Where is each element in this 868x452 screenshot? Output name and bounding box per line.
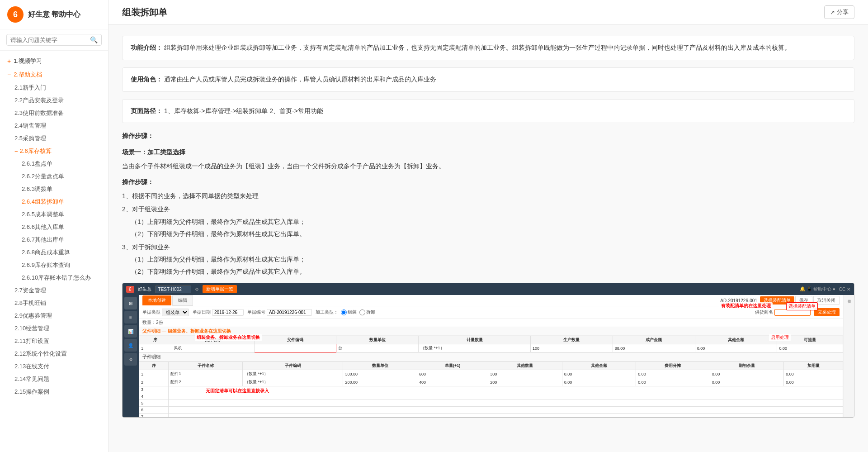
app-brand: 好生意 — [138, 286, 151, 292]
sidebar-item-2-6-7[interactable]: 2.6.7其他出库单 — [0, 233, 108, 246]
sidebar-item-docs[interactable]: − 2.帮助文档 — [0, 68, 108, 81]
screenshot-area: 6 好生意 ⚙ 新增单据一览 🔔 📱 帮助中心 ● CC ✕ ⊞ ≡ 📊 👤 ⚙ — [122, 283, 854, 418]
table-row: 6 — [139, 407, 843, 414]
enable-btn[interactable]: 立采处理 — [814, 308, 840, 316]
field-date-label: 单据日期 — [193, 309, 211, 315]
app-icons: 🔔 📱 帮助中心 ● — [800, 286, 835, 292]
app-close: CC ✕ — [839, 287, 850, 292]
search-icon[interactable]: 🔍 — [90, 36, 98, 43]
table-row: 1 配件1 （数量 *+1） 300.00 600 300 0.00 0.00 … — [139, 370, 843, 378]
step3-1: （1）上部明细为父件明细，最终作为原材料生成其它出库单； — [131, 254, 854, 265]
sidebar-item-2-6-9[interactable]: 2.6.9库存账本查询 — [0, 259, 108, 271]
nav-icon-home[interactable]: ⊞ — [124, 297, 137, 309]
path-label: 页面路径： — [131, 107, 162, 114]
logo-icon: 6 — [7, 6, 24, 23]
header: 组装拆卸单 ↗ 分享 — [108, 0, 868, 25]
sidebar-item-2-4[interactable]: 2.4销售管理 — [0, 119, 108, 132]
role-text: 通常由生产人员或库管人员完成拆装业务的操作，库管人员确认原材料的出库和产成品的入… — [164, 76, 436, 83]
sidebar-item-2-2[interactable]: 2.2产品安装及登录 — [0, 94, 108, 107]
sidebar-item-2-15[interactable]: 2.15操作案例 — [0, 385, 108, 398]
ops-title: 操作步骤： — [122, 130, 854, 142]
field-date-input[interactable] — [212, 309, 244, 316]
tab-create[interactable]: 本地创建 — [142, 295, 171, 305]
search-input[interactable] — [10, 37, 90, 43]
logo-label: 好生意 帮助中心 — [28, 10, 80, 19]
field-date: 单据日期 — [193, 309, 244, 316]
nav-icon-user[interactable]: 👤 — [124, 339, 137, 352]
cell-seq: 1 — [139, 344, 172, 352]
share-button[interactable]: ↗ 分享 — [824, 5, 854, 19]
sidebar-item-2-1[interactable]: 2.1新手入门 — [0, 81, 108, 94]
lower-section-title: 子件明细 — [139, 352, 843, 362]
sidebar-item-2-12[interactable]: 2.12系统个性化设置 — [0, 347, 108, 360]
sidebar-item-2-11[interactable]: 2.11打印设置 — [0, 335, 108, 347]
sidebar-item-2-6-1[interactable]: 2.6.1盘点单 — [0, 157, 108, 170]
table-row: 5 — [139, 400, 843, 407]
cell-prod-amt: 88.00 — [613, 344, 695, 352]
sidebar-item-2-6-4[interactable]: 2.6.4组装拆卸单 — [0, 195, 108, 208]
sidebar-item-2-6-5[interactable]: 2.6.5成本调整单 — [0, 208, 108, 221]
page-title: 组装拆卸单 — [122, 6, 167, 19]
table-row: 7 — [139, 414, 843, 418]
sidebar-item-2-6-3[interactable]: 2.6.3调拨单 — [0, 183, 108, 195]
field-no: 单据编号 — [247, 309, 312, 316]
sidebar-item-2-7[interactable]: 2.7资金管理 — [0, 284, 108, 297]
nav-icon-chart[interactable]: 📊 — [124, 325, 137, 338]
step1: 1、根据不同的业务，选择不同单据的类型来处理 — [122, 190, 854, 202]
search-box[interactable]: 🔍 — [6, 34, 102, 46]
role-box: 使用角色： 通常由生产人员或库管人员完成拆装业务的操作，库管人员确认原材料的出库… — [122, 67, 854, 92]
step2-2: （2）下部明细为子件明细，最终作为原材料生成其它出库单。 — [131, 228, 854, 240]
sidebar-item-2-8[interactable]: 2.8手机旺铺 — [0, 297, 108, 309]
intro-label: 功能介绍： — [131, 44, 162, 51]
tab-edit[interactable]: 编辑 — [172, 295, 193, 306]
ops-sub-title: 操作步骤： — [122, 176, 854, 188]
sidebar-item-2-6-6[interactable]: 2.6.6其他入库单 — [0, 221, 108, 233]
sidebar-item-2-6-10[interactable]: 2.6.10库存账本错了怎么办 — [0, 271, 108, 284]
sidebar-item-2-3[interactable]: 2.3使用前数据准备 — [0, 107, 108, 119]
app-logo: 6 — [126, 286, 134, 293]
radio-disassemble[interactable]: 拆卸 — [359, 309, 375, 315]
sidebar-item-2-9[interactable]: 2.9优惠券管理 — [0, 309, 108, 322]
app-id-input[interactable] — [155, 285, 191, 293]
app-main-content: 本地创建 编辑 AD-20191226-001 选择装配清单 保存 取消关闭 单… — [139, 295, 843, 417]
plus-icon: + — [7, 57, 11, 65]
sidebar-item-2-13[interactable]: 2.13在线支付 — [0, 360, 108, 373]
cell-unit: 台 — [336, 344, 419, 352]
col-l-other-qty: 其他数量 — [488, 362, 562, 370]
main: 组装拆卸单 ↗ 分享 功能介绍： 组装拆卸单用来处理企业组装或拆卸等加工业务，支… — [108, 0, 868, 452]
col-l-unit-qty: 单量(+1) — [417, 362, 488, 370]
app-right-nav: 操作 — [843, 295, 854, 417]
sidebar-item-2-6[interactable]: − 2.6库存核算 — [0, 145, 108, 157]
col-l-alloc: 费用分摊 — [636, 362, 710, 370]
sidebar-item-2-5[interactable]: 2.5采购管理 — [0, 132, 108, 145]
annotation-1: 有装配清单的在这里处理 — [719, 302, 773, 309]
nav-icon-settings[interactable]: ⚙ — [124, 353, 137, 366]
col-parent-code: 父件编码 — [254, 336, 336, 344]
radio-assemble[interactable]: 组装 — [341, 309, 357, 315]
app-topbar: 6 好生意 ⚙ 新增单据一览 🔔 📱 帮助中心 ● CC ✕ — [123, 283, 854, 295]
sidebar-item-2-14[interactable]: 2.14常见问题 — [0, 373, 108, 385]
col-l-init: 期初余量 — [710, 362, 784, 370]
sidebar-item-2-6-8[interactable]: 2.6.8商品成本重算 — [0, 246, 108, 259]
table-row: 1 风机 台 （数量 *+1） 100 88.00 0.00 0.00 — [139, 344, 843, 352]
nav-icon-list[interactable]: ≡ — [124, 311, 137, 324]
radio-disassemble-input[interactable] — [359, 309, 365, 315]
col-qty: 计量数量 — [419, 336, 531, 344]
scene1-desc: 当由多个子件材料组装成一个成品的业务为【组装】业务，当由一个父件拆分成多个子产品… — [122, 161, 854, 172]
col-seq: 序 — [139, 336, 172, 344]
sidebar-item-2-10[interactable]: 2.10经营管理 — [0, 322, 108, 335]
field-no-input[interactable] — [267, 309, 312, 316]
field-type: 单据类型 组装单 拆卸单 — [142, 309, 189, 316]
cell-code — [254, 344, 336, 352]
table-row: 2 配件2 （数量 *+1） 200.00 400 200 0.00 0.00 … — [139, 378, 843, 386]
cell-avail: 0.00 — [777, 344, 843, 352]
col-prod-amt: 成产金额 — [613, 336, 695, 344]
annotation-2: 选择装配清单 — [786, 302, 818, 310]
app-new-btn[interactable]: 新增单据一览 — [203, 285, 237, 293]
sidebar-item-video[interactable]: + 1.视频学习 — [0, 54, 108, 68]
field-type-select[interactable]: 组装单 拆卸单 — [162, 309, 189, 316]
col-l-use: 加用量 — [784, 362, 843, 370]
col-l-code: 子件编码 — [242, 362, 343, 370]
sidebar-item-2-6-2[interactable]: 2.6.2分量盘点单 — [0, 170, 108, 183]
radio-assemble-input[interactable] — [341, 309, 347, 315]
